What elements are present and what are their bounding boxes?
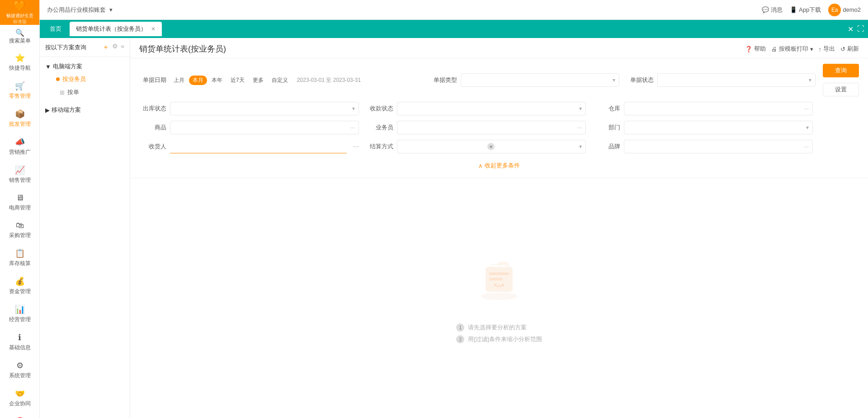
- tab-sales-stat[interactable]: 销货单统计表（按业务员） ✕: [70, 22, 162, 36]
- sidebar-item-purchase[interactable]: 🛍 采购管理: [0, 216, 40, 244]
- tab-close-all-icon[interactable]: ✕: [848, 25, 854, 33]
- goods-cell: 商品 ···: [139, 121, 359, 134]
- settlement-select[interactable]: ✕ ▾: [397, 140, 586, 153]
- sidebar-item-marketing[interactable]: 📣 营销推广: [0, 133, 40, 161]
- scheme-add-icon[interactable]: ＋: [102, 43, 109, 52]
- sidebar: 🧡 畅捷通好生意 标准版 🔍 搜索菜单 ⭐ 快捷导航 🛒 零售管理 📦 批发管理…: [0, 0, 40, 418]
- page-title: 销货单统计表(按业务员): [139, 43, 226, 54]
- date-tab-this-month[interactable]: 本月: [189, 76, 207, 85]
- sidebar-item-ecommerce[interactable]: 🖥 电商管理: [0, 189, 40, 216]
- brand-cell: 品牌 ···: [593, 140, 813, 153]
- scheme-settings-icon[interactable]: ⚙: [112, 43, 118, 52]
- sidebar-item-inventory[interactable]: 📋 库存核算: [0, 244, 40, 272]
- brand-select[interactable]: ···: [624, 140, 813, 153]
- tab-home-label: 首页: [50, 25, 61, 33]
- filter-form: 单据日期 上月 本月 本年 近7天 更多 自定义 2023-03-01 至 20…: [130, 58, 868, 178]
- collapse-arrow-icon: ∧: [478, 162, 483, 169]
- payment-status-select[interactable]: ▾: [397, 102, 586, 115]
- svg-rect-3: [489, 278, 503, 280]
- header-title-area[interactable]: 办公用品行业模拟账套 ▾: [47, 6, 113, 14]
- scheme-active-dot: [56, 77, 60, 81]
- refresh-button[interactable]: ↺ 刷新: [840, 45, 859, 53]
- sidebar-item-retail[interactable]: 🛒 零售管理: [0, 76, 40, 104]
- sidebar-item-system[interactable]: ⚙ 系统管理: [0, 356, 40, 384]
- setting-button[interactable]: 设置: [823, 83, 859, 96]
- app-download-button[interactable]: 📱 App下载: [790, 6, 821, 14]
- sidebar-item-newbie[interactable]: 🎯 新手引导: [0, 412, 40, 418]
- date-tab-last-month[interactable]: 上月: [170, 76, 188, 85]
- filter-row-3: 商品 ··· 业务员 ··· 部门: [139, 121, 859, 134]
- sidebar-item-shortcut[interactable]: ⭐ 快捷导航: [0, 48, 40, 76]
- settlement-clear-button[interactable]: ✕: [487, 143, 495, 150]
- svg-point-4: [494, 284, 497, 286]
- sidebar-item-wholesale[interactable]: 📦 批发管理: [0, 104, 40, 133]
- hint-text-1: 请先选择要分析的方案: [468, 323, 527, 332]
- sales-icon: 📈: [15, 165, 25, 175]
- date-range-display: 2023-03-01 至 2023-03-31: [297, 76, 361, 84]
- query-button[interactable]: 查询: [823, 64, 859, 77]
- sidebar-logo[interactable]: 🧡 畅捷通好生意 标准版: [0, 0, 40, 25]
- main-area: 办公用品行业模拟账套 ▾ 💬 消息 📱 App下载 Ea demo2 首页 销货…: [40, 0, 868, 418]
- logo-icon: 🧡: [14, 0, 26, 12]
- scheme-desktop-title[interactable]: ▼ 电脑端方案: [45, 61, 124, 72]
- consignee-dots[interactable]: ···: [353, 142, 359, 151]
- doc-type-cell: 单据类型 ▾: [430, 73, 619, 87]
- out-status-select[interactable]: ▾: [170, 102, 359, 115]
- date-tab-custom[interactable]: 自定义: [268, 76, 292, 85]
- brand-dots: ···: [804, 143, 809, 150]
- scheme-item-by-order[interactable]: ⊞ 按单: [45, 86, 124, 99]
- salesperson-cell: 业务员 ···: [366, 121, 586, 134]
- wholesale-label: 批发管理: [9, 120, 31, 128]
- sidebar-item-enterprise[interactable]: 🤝 企业协同: [0, 384, 40, 412]
- export-button[interactable]: ↑ 导出: [819, 45, 835, 53]
- scheme-mobile-title[interactable]: ▶ 移动端方案: [45, 104, 124, 116]
- doc-type-select[interactable]: ▾: [461, 73, 619, 87]
- scheme-by-order-label: 按单: [67, 88, 79, 96]
- svg-point-0: [481, 293, 517, 300]
- settlement-chevron: ▾: [579, 143, 582, 150]
- doc-type-chevron: ▾: [613, 77, 615, 83]
- help-button[interactable]: ❓ 帮助: [745, 45, 766, 53]
- action-buttons: 查询 设置: [823, 64, 859, 96]
- warehouse-cell: 仓库 ···: [593, 102, 813, 115]
- collapse-button[interactable]: ∧ 收起更多条件: [139, 159, 859, 172]
- finance-label: 资金管理: [9, 288, 31, 295]
- goods-select[interactable]: ···: [170, 121, 359, 134]
- sidebar-search[interactable]: 🔍 搜索菜单: [0, 25, 40, 48]
- date-tab-7days[interactable]: 近7天: [227, 76, 248, 85]
- system-icon: ⚙: [16, 361, 24, 370]
- system-label: 系统管理: [9, 372, 31, 380]
- header-dropdown-icon[interactable]: ▾: [109, 6, 113, 13]
- scheme-desktop-label: 电脑端方案: [53, 62, 82, 71]
- goods-dots: ···: [350, 124, 355, 131]
- message-button[interactable]: 💬 消息: [762, 6, 783, 14]
- header-title: 办公用品行业模拟账套: [47, 6, 106, 14]
- salesperson-select[interactable]: ···: [397, 121, 586, 134]
- date-filter-cell: 单据日期 上月 本月 本年 近7天 更多 自定义 2023-03-01 至 20…: [139, 76, 423, 85]
- finance-icon: 💰: [15, 276, 25, 286]
- department-select[interactable]: ▾: [624, 121, 813, 134]
- date-tab-this-year[interactable]: 本年: [208, 76, 226, 85]
- sidebar-item-sales[interactable]: 📈 销售管理: [0, 161, 40, 189]
- doc-status-select[interactable]: ▾: [657, 73, 816, 87]
- tab-close-icon[interactable]: ✕: [151, 26, 156, 32]
- template-print-button[interactable]: 🖨 按模板打印 ▾: [771, 45, 813, 53]
- payment-status-label: 收款状态: [366, 104, 393, 113]
- user-menu[interactable]: Ea demo2: [828, 4, 861, 16]
- tab-sales-stat-label: 销货单统计表（按业务员）: [76, 25, 146, 33]
- refresh-icon: ↺: [840, 46, 845, 52]
- wholesale-icon: 📦: [15, 109, 25, 119]
- page-actions: ❓ 帮助 🖨 按模板打印 ▾ ↑ 导出 ↺ 刷新: [745, 45, 859, 53]
- date-tab-more[interactable]: 更多: [249, 76, 267, 85]
- scheme-item-by-salesperson[interactable]: 按业务员: [45, 72, 124, 86]
- scheme-collapse-icon[interactable]: «: [121, 43, 124, 52]
- consignee-input[interactable]: [170, 140, 347, 153]
- tab-home[interactable]: 首页: [43, 22, 68, 36]
- sidebar-item-basic[interactable]: ℹ 基础信息: [0, 328, 40, 356]
- warehouse-select[interactable]: ···: [624, 102, 813, 115]
- tab-expand-icon[interactable]: ⛶: [857, 25, 864, 33]
- sidebar-item-finance[interactable]: 💰 资金管理: [0, 272, 40, 300]
- sidebar-item-operations[interactable]: 📊 经营管理: [0, 300, 40, 328]
- empty-hint-1: 1 请先选择要分析的方案: [456, 323, 542, 332]
- scheme-panel-header: 按以下方案查询 ＋ ⚙ «: [40, 38, 130, 57]
